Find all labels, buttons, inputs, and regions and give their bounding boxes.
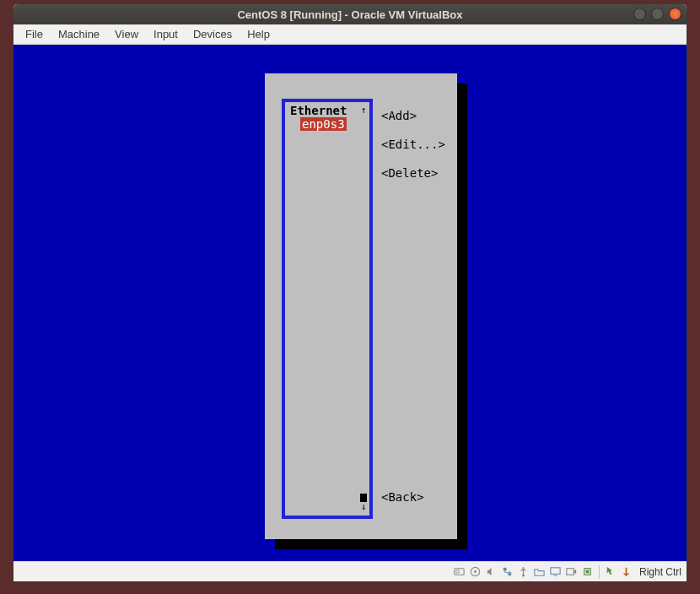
minimize-button[interactable]: [633, 8, 646, 20]
menu-devices[interactable]: Devices: [186, 25, 239, 43]
maximize-button[interactable]: [651, 8, 664, 20]
scrollbar[interactable]: ↑ ↓: [360, 104, 367, 514]
mouse-integration-icon[interactable]: [604, 565, 617, 579]
vm-display[interactable]: Ethernet enp0s3 ↑ ↓ <Add> <Edit...> <Del…: [13, 45, 687, 563]
svg-rect-4: [503, 568, 507, 571]
usb-icon[interactable]: [517, 565, 530, 579]
statusbar: Right Ctrl: [13, 561, 687, 581]
scroll-down-icon[interactable]: ↓: [360, 500, 367, 514]
svg-rect-7: [551, 568, 560, 575]
keyboard-capture-icon[interactable]: [620, 565, 633, 579]
menubar: File Machine View Input Devices Help: [13, 24, 687, 45]
network-config-dialog: Ethernet enp0s3 ↑ ↓ <Add> <Edit...> <Del…: [265, 73, 457, 539]
svg-point-1: [456, 570, 460, 574]
svg-point-3: [475, 570, 477, 573]
svg-rect-8: [567, 569, 573, 575]
edit-button[interactable]: <Edit...>: [381, 138, 445, 151]
shared-folders-icon[interactable]: [533, 565, 547, 579]
network-icon[interactable]: [501, 565, 514, 579]
svg-point-6: [523, 575, 525, 577]
display-icon[interactable]: [549, 565, 563, 579]
recording-icon[interactable]: [565, 565, 579, 579]
optical-icon[interactable]: [469, 565, 482, 579]
menu-file[interactable]: File: [19, 25, 50, 43]
window-title: CentOS 8 [Running] - Oracle VM VirtualBo…: [237, 8, 462, 21]
processor-icon[interactable]: [581, 565, 595, 579]
menu-machine[interactable]: Machine: [51, 25, 106, 43]
titlebar-controls: [633, 8, 681, 20]
close-button[interactable]: [669, 8, 681, 20]
virtualbox-window: CentOS 8 [Running] - Oracle VM VirtualBo…: [13, 3, 687, 582]
status-divider: [599, 565, 600, 579]
delete-button[interactable]: <Delete>: [381, 166, 438, 180]
titlebar[interactable]: CentOS 8 [Running] - Oracle VM VirtualBo…: [13, 4, 687, 24]
add-button[interactable]: <Add>: [381, 109, 417, 122]
menu-help[interactable]: Help: [240, 25, 277, 43]
harddisk-icon[interactable]: [453, 565, 466, 579]
svg-rect-5: [509, 572, 512, 575]
connection-list[interactable]: Ethernet enp0s3 ↑ ↓: [285, 102, 369, 516]
connection-list-frame: Ethernet enp0s3 ↑ ↓: [282, 99, 373, 519]
back-button[interactable]: <Back>: [381, 490, 424, 504]
svg-rect-10: [586, 570, 590, 574]
list-item-selected[interactable]: enp0s3: [300, 117, 347, 131]
audio-icon[interactable]: [485, 565, 498, 579]
host-key-label: Right Ctrl: [639, 566, 681, 578]
scroll-up-icon[interactable]: ↑: [360, 104, 367, 117]
menu-view[interactable]: View: [108, 25, 145, 43]
menu-input[interactable]: Input: [147, 25, 185, 43]
list-header: Ethernet: [290, 104, 347, 117]
